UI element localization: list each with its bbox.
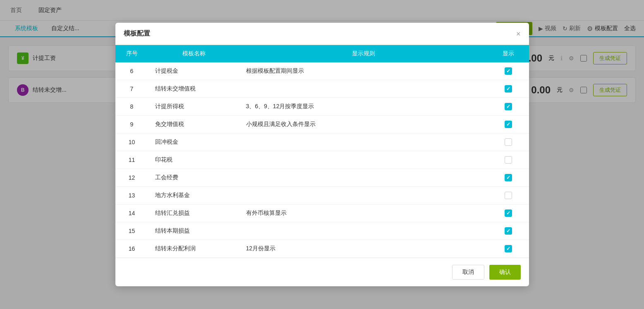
row-rule: 12月份显示 — [239, 240, 488, 258]
row-checkbox-cell — [488, 62, 529, 80]
table-row: 12工会经费 — [115, 169, 529, 187]
row-checkbox-cell — [488, 151, 529, 169]
modal-close-button[interactable]: × — [516, 30, 521, 38]
row-rule: 3、6、9、12月按季度显示 — [239, 98, 488, 116]
row-index: 12 — [115, 169, 148, 187]
row-rule — [239, 169, 488, 187]
row-checkbox-cell — [488, 116, 529, 133]
row-index: 9 — [115, 116, 148, 133]
row-index: 10 — [115, 133, 148, 151]
row-name: 免交增值税 — [148, 116, 239, 133]
table-row: 7结转未交增值税 — [115, 80, 529, 98]
table-header: 序号 模板名称 显示规则 显示 — [115, 45, 529, 62]
modal-overlay: 模板配置 × 序号 模板名称 显示规则 显示 6 — [0, 0, 644, 309]
row-index: 7 — [115, 80, 148, 98]
row-checkbox-cell — [488, 133, 529, 151]
row-checkbox[interactable] — [505, 245, 512, 252]
table-row: 9免交增值税小规模且满足收入条件显示 — [115, 116, 529, 133]
table-body: 6计提税金根据模板配置期间显示7结转未交增值税8计提所得税3、6、9、12月按季… — [115, 62, 529, 258]
row-rule: 小规模且满足收入条件显示 — [239, 116, 488, 133]
row-name: 计提所得税 — [148, 98, 239, 116]
row-checkbox[interactable] — [505, 85, 512, 93]
confirm-button[interactable]: 确认 — [489, 265, 521, 280]
row-rule: 有外币核算显示 — [239, 204, 488, 222]
row-checkbox[interactable] — [505, 103, 512, 110]
row-checkbox[interactable] — [505, 156, 512, 164]
cancel-button[interactable]: 取消 — [452, 265, 484, 280]
row-checkbox-cell — [488, 222, 529, 240]
col-header-name: 模板名称 — [148, 45, 239, 62]
row-checkbox-cell — [488, 240, 529, 258]
row-rule: 根据模板配置期间显示 — [239, 62, 488, 80]
row-checkbox[interactable] — [505, 121, 512, 128]
row-rule — [239, 151, 488, 169]
table-row: 6计提税金根据模板配置期间显示 — [115, 62, 529, 80]
table-row: 8计提所得税3、6、9、12月按季度显示 — [115, 98, 529, 116]
row-name: 工会经费 — [148, 169, 239, 187]
row-index: 11 — [115, 151, 148, 169]
row-checkbox[interactable] — [505, 174, 512, 181]
col-header-rule: 显示规则 — [239, 45, 488, 62]
table-row: 11印花税 — [115, 151, 529, 169]
row-index: 8 — [115, 98, 148, 116]
row-checkbox[interactable] — [505, 138, 512, 146]
modal-template-config: 模板配置 × 序号 模板名称 显示规则 显示 6 — [115, 23, 529, 286]
row-checkbox[interactable] — [505, 67, 512, 75]
row-rule — [239, 80, 488, 98]
table-scroll-area[interactable]: 序号 模板名称 显示规则 显示 6计提税金根据模板配置期间显示7结转未交增值税8… — [115, 45, 529, 258]
row-name: 结转未交增值税 — [148, 80, 239, 98]
row-index: 16 — [115, 240, 148, 258]
col-header-index: 序号 — [115, 45, 148, 62]
row-name: 结转未分配利润 — [148, 240, 239, 258]
row-checkbox-cell — [488, 98, 529, 116]
row-index: 6 — [115, 62, 148, 80]
row-checkbox[interactable] — [505, 227, 512, 235]
table-row: 14结转汇兑损益有外币核算显示 — [115, 204, 529, 222]
row-name: 回冲税金 — [148, 133, 239, 151]
modal-body: 序号 模板名称 显示规则 显示 6计提税金根据模板配置期间显示7结转未交增值税8… — [115, 45, 529, 258]
table-row: 13地方水利基金 — [115, 187, 529, 204]
row-index: 13 — [115, 187, 148, 204]
row-index: 15 — [115, 222, 148, 240]
col-header-display: 显示 — [488, 45, 529, 62]
row-checkbox-cell — [488, 80, 529, 98]
row-checkbox[interactable] — [505, 209, 512, 217]
row-checkbox-cell — [488, 187, 529, 204]
row-rule — [239, 222, 488, 240]
table-row: 16结转未分配利润12月份显示 — [115, 240, 529, 258]
modal-title: 模板配置 — [124, 29, 150, 38]
row-name: 印花税 — [148, 151, 239, 169]
row-rule — [239, 187, 488, 204]
row-checkbox-cell — [488, 169, 529, 187]
row-index: 14 — [115, 204, 148, 222]
row-checkbox-cell — [488, 204, 529, 222]
row-name: 计提税金 — [148, 62, 239, 80]
modal-footer: 取消 确认 — [115, 258, 529, 286]
config-table: 序号 模板名称 显示规则 显示 6计提税金根据模板配置期间显示7结转未交增值税8… — [115, 45, 529, 258]
modal-header: 模板配置 × — [115, 23, 529, 45]
row-name: 地方水利基金 — [148, 187, 239, 204]
row-name: 结转汇兑损益 — [148, 204, 239, 222]
table-row: 15结转本期损益 — [115, 222, 529, 240]
table-row: 10回冲税金 — [115, 133, 529, 151]
row-rule — [239, 133, 488, 151]
row-checkbox[interactable] — [505, 192, 512, 199]
row-name: 结转本期损益 — [148, 222, 239, 240]
